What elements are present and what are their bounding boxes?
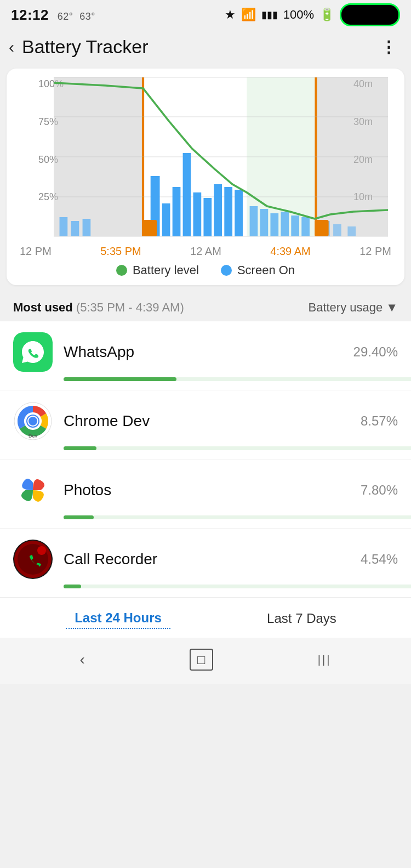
list-item[interactable]: Photos 7.80% [0,459,411,529]
app-percent-callrecorder: 4.54% [361,552,398,567]
bluetooth-icon: ★ [225,8,236,22]
app-percent-photos: 7.80% [361,483,398,498]
svg-rect-24 [260,209,269,236]
chart-svg [54,77,388,242]
most-used-label: Most used (5:35 PM - 4:39 AM) [13,300,184,315]
battery-usage-dropdown[interactable]: Battery usage ▼ [308,300,398,315]
svg-rect-12 [71,221,79,236]
more-menu-button[interactable]: ⋮ [380,37,398,56]
progress-bar-bg-callrecorder [64,585,411,588]
battery-percent: 100% [283,8,314,22]
progress-bar-fill-photos [64,515,94,519]
progress-bar-bg-chrome [64,446,411,450]
svg-rect-13 [83,219,91,236]
nav-back-button[interactable]: ‹ [69,646,96,673]
svg-rect-23 [250,206,258,236]
svg-rect-33 [315,220,328,236]
progress-bar-bg-photos [64,515,411,519]
progress-bar-bg-whatsapp [64,377,411,381]
app-list: WhatsApp 29.40% [0,321,411,598]
whatsapp-svg [20,339,46,365]
svg-rect-28 [301,217,310,236]
chart-label-535pm: 5:35 PM [100,245,141,258]
tab-last-7-days[interactable]: Last 7 Days [258,609,345,628]
callrecorder-icon [13,540,53,579]
app-name-chrome: Chrome Dev [64,412,150,430]
dynamic-island [340,3,400,26]
svg-rect-16 [173,187,181,236]
chrome-dev-icon: Dev [13,401,53,441]
header: ‹ Battery Tracker ⋮ [0,29,411,65]
svg-rect-20 [214,184,222,236]
svg-rect-31 [347,226,356,236]
chart-x-labels: 12 PM 5:35 PM 12 AM 4:39 AM 12 PM [15,242,396,258]
progress-bar-fill-whatsapp [64,377,176,381]
whatsapp-icon [13,332,53,372]
nav-recent-button[interactable]: ||| [307,649,342,671]
legend-battery-level: Battery level [116,263,199,277]
svg-rect-21 [224,187,232,236]
legend-battery-label: Battery level [133,263,199,277]
bottom-tabs: Last 24 Hours Last 7 Days [0,598,411,638]
nav-home-button[interactable]: □ [190,649,213,671]
svg-rect-32 [143,220,157,236]
legend-dot-green [116,265,127,276]
tab-last-24-hours[interactable]: Last 24 Hours [66,608,170,629]
status-bar: 12:12 62° 63° ★ 📶 ▮▮▮ 100% 🔋 [0,0,411,29]
status-time: 12:12 62° 63° [11,7,95,24]
callrecorder-svg [13,540,53,579]
progress-bar-fill-chrome [64,446,96,450]
svg-rect-15 [162,203,170,236]
battery-icon: 🔋 [319,8,334,22]
svg-rect-17 [183,153,191,236]
chevron-down-icon: ▼ [386,300,398,315]
svg-point-39 [28,417,37,426]
app-percent-whatsapp: 29.40% [353,344,398,360]
app-name-callrecorder: Call Recorder [64,551,157,568]
svg-point-45 [37,546,46,555]
photos-icon [13,470,53,510]
chart-legend: Battery level Screen On [15,263,396,277]
svg-rect-19 [203,198,212,236]
list-item[interactable]: Dev Chrome Dev 8.57% [0,390,411,459]
chart-label-12am: 12 AM [190,245,221,258]
status-icons: ★ 📶 ▮▮▮ 100% 🔋 [225,3,400,26]
nav-bar: ‹ □ ||| [0,638,411,684]
svg-text:Dev: Dev [28,433,38,439]
wifi-icon: 📶 [241,8,256,22]
svg-rect-26 [281,212,289,236]
app-name-whatsapp: WhatsApp [64,343,134,361]
chart-inner: 100% 75% 50% 25% 40m 30m 20m 10m [38,77,373,242]
photos-svg [13,470,53,510]
svg-rect-27 [291,215,299,236]
app-percent-chrome: 8.57% [361,413,398,429]
app-name-photos: Photos [64,481,111,499]
list-item[interactable]: Call Recorder 4.54% [0,529,411,598]
list-item[interactable]: WhatsApp 29.40% [0,321,411,390]
back-button[interactable]: ‹ [9,38,14,56]
legend-screen-on: Screen On [221,263,295,277]
svg-rect-30 [333,224,341,236]
legend-dot-blue [221,265,232,276]
most-used-header: Most used (5:35 PM - 4:39 AM) Battery us… [0,292,411,321]
chart-area[interactable] [54,77,388,242]
progress-bar-fill-callrecorder [64,585,81,588]
chart-label-12pm-left: 12 PM [20,245,52,258]
svg-rect-25 [270,213,278,236]
legend-screen-label: Screen On [237,263,295,277]
chart-label-439am: 4:39 AM [270,245,310,258]
battery-chart-card: 100% 75% 50% 25% 40m 30m 20m 10m [7,69,404,285]
chart-label-12pm-right: 12 PM [359,245,391,258]
svg-rect-22 [235,190,243,236]
chrome-svg: Dev [13,401,53,441]
page-title: Battery Tracker [22,36,149,58]
signal-icon: ▮▮▮ [261,9,278,21]
svg-rect-11 [60,217,68,236]
svg-rect-18 [193,192,202,236]
